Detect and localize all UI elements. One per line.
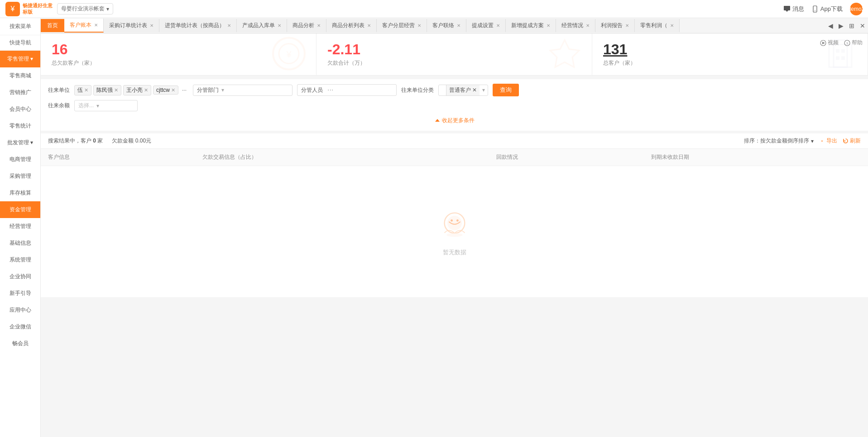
sort-select[interactable]: 排序：按欠款金额倒序排序 ▾ <box>744 137 814 145</box>
svg-rect-6 <box>829 45 852 67</box>
tab-close-inbound-stats[interactable]: ✕ <box>227 23 231 28</box>
tab-purchase-stats[interactable]: 采购订单统计表 ✕ <box>104 19 159 32</box>
sidebar-item-purchase[interactable]: 采购管理 <box>0 168 40 185</box>
tab-close-customer-contact[interactable]: ✕ <box>457 23 460 28</box>
video-link[interactable]: 视频 <box>820 39 839 47</box>
sidebar-item-ecommerce[interactable]: 电商管理 <box>0 151 40 168</box>
sidebar-item-basic-info[interactable]: 基础信息 <box>0 235 40 252</box>
balance-select[interactable]: 选择... ▾ <box>74 100 138 111</box>
sidebar-item-retail-mall[interactable]: 零售商城 <box>0 67 40 84</box>
balance-arrow: ▾ <box>96 103 99 109</box>
sidebar-item-wecom[interactable]: 企业微信 <box>0 318 40 335</box>
sidebar-item-business[interactable]: 经营管理 <box>0 218 40 235</box>
sidebar-item-finance[interactable]: 资金管理 <box>0 201 40 218</box>
tab-close-product-analysis-list[interactable]: ✕ <box>367 23 371 28</box>
tab-customer-ledger[interactable]: 客户账本 ✕ <box>64 19 104 33</box>
message-action[interactable]: 消息 <box>783 5 804 13</box>
tab-commission-settings[interactable]: 提成设置 ✕ <box>466 19 506 32</box>
query-button[interactable]: 查询 <box>493 84 519 96</box>
svg-rect-9 <box>841 49 845 53</box>
more-tags-btn[interactable]: ··· <box>180 86 188 94</box>
sidebar-item-retail-stats[interactable]: 零售统计 <box>0 118 40 134</box>
sidebar-item-inventory[interactable]: 库存核算 <box>0 185 40 201</box>
tab-next-btn[interactable]: ▶ <box>836 22 846 29</box>
person-select[interactable]: 分管人员 ··· <box>297 84 397 96</box>
video-help: 视频 ? 帮助 <box>820 39 863 47</box>
search-summary: 搜索结果中，客户 0 家 欠款金额 0.00元 排序：按欠款金额倒序排序 ▾ <box>41 133 868 149</box>
dept-select[interactable]: 分管部门 ▾ <box>193 85 293 96</box>
tab-home[interactable]: 首页 <box>41 19 64 32</box>
tab-close-customer-stratification[interactable]: ✕ <box>417 23 421 28</box>
sidebar-search-menu[interactable]: 搜索菜单 <box>0 18 40 35</box>
refresh-icon <box>843 138 849 144</box>
data-table-container: 客户信息 欠款交易信息（占比） 回款情况 到期未收款日期 <box>41 149 868 298</box>
sidebar-item-member-center[interactable]: 会员中心 <box>0 101 40 118</box>
tab-close-purchase-stats[interactable]: ✕ <box>150 23 153 28</box>
tab-customer-contact[interactable]: 客户联络 ✕ <box>427 19 466 32</box>
tab-product-analysis-list[interactable]: 商品分析列表 ✕ <box>326 19 377 32</box>
unit-tag-3-close[interactable]: ✕ <box>171 87 175 93</box>
sidebar-quick-nav[interactable]: 快捷导航 <box>0 35 40 51</box>
app-download-action[interactable]: App下载 <box>811 5 843 13</box>
sidebar-item-retail[interactable]: 零售管理 ▾ <box>0 51 40 67</box>
stat-amount-value: -2.11 <box>327 42 360 57</box>
tab-close-commission-settings[interactable]: ✕ <box>496 23 500 28</box>
tab-add-commission[interactable]: 新增提成方案 ✕ <box>506 19 556 32</box>
col-repayment: 回款情况 <box>489 149 643 166</box>
tab-product-analysis[interactable]: 商品分析 ✕ <box>287 19 326 32</box>
sidebar-item-enterprise-collab[interactable]: 企业协同 <box>0 268 40 285</box>
tab-business-overview[interactable]: 经营情况 ✕ <box>556 19 595 32</box>
tab-close-business-overview[interactable]: ✕ <box>586 23 590 28</box>
sidebar: 搜索菜单 快捷导航 零售管理 ▾ 零售商城 营销推广 会员中心 零售统计 批发管… <box>0 18 41 437</box>
svg-rect-10 <box>836 57 839 60</box>
filter-unit-label: 往来单位 <box>48 86 70 94</box>
sidebar-item-wholesale[interactable]: 批发管理 ▾ <box>0 134 40 151</box>
unit-tag-2-close[interactable]: ✕ <box>144 87 148 93</box>
sidebar-item-system[interactable]: 系统管理 <box>0 252 40 268</box>
sidebar-item-beginner-guide[interactable]: 新手引导 <box>0 285 40 302</box>
stat-total-customers-value: 131 <box>603 42 627 57</box>
sidebar-item-marketing[interactable]: 营销推广 <box>0 84 40 101</box>
tab-inbound-stats[interactable]: 进货单统计表（按商品） ✕ <box>159 19 237 32</box>
coin-icon: ¥ <box>271 36 307 73</box>
export-btn[interactable]: 导出 <box>819 137 837 145</box>
type-select[interactable]: 普通客户 ✕ ▾ <box>438 85 488 96</box>
person-dots[interactable]: ··· <box>326 86 335 94</box>
enterprise-selector[interactable]: 母婴行业演示帐套 ▾ <box>57 3 113 14</box>
tab-prev-btn[interactable]: ◀ <box>825 22 836 29</box>
col-due-date: 到期未收款日期 <box>644 149 868 166</box>
tab-close-all-btn[interactable]: ✕ <box>857 22 868 29</box>
tab-retail-profit[interactable]: 零售利润（ ✕ <box>635 19 680 32</box>
user-avatar[interactable]: demo2 <box>850 3 863 15</box>
filter-row-2: 往来余额 选择... ▾ <box>48 100 861 111</box>
collapse-icon <box>435 118 440 124</box>
refresh-btn[interactable]: 刷新 <box>843 137 861 145</box>
unit-tag-1-close[interactable]: ✕ <box>114 87 118 93</box>
tab-product-inbound[interactable]: 产成品入库单 ✕ <box>237 19 287 32</box>
type-tag-close[interactable]: ✕ <box>472 87 477 93</box>
tab-close-product-inbound[interactable]: ✕ <box>278 23 281 28</box>
unit-tag-0-close[interactable]: ✕ <box>84 87 88 93</box>
tab-close-retail-profit[interactable]: ✕ <box>670 23 674 28</box>
sidebar-item-chang-member[interactable]: 畅会员 <box>0 335 40 352</box>
sidebar-item-app-center[interactable]: 应用中心 <box>0 302 40 318</box>
tab-nav-buttons: ◀ ▶ ⊞ ✕ <box>825 22 868 29</box>
svg-marker-5 <box>550 40 579 67</box>
svg-text:¥: ¥ <box>286 49 292 59</box>
tab-close-product-analysis[interactable]: ✕ <box>317 23 321 28</box>
stat-amount-label: 欠款合计（万） <box>327 59 365 67</box>
filter-balance-label: 往来余额 <box>48 102 70 109</box>
tab-customer-stratification[interactable]: 客户分层经营 ✕ <box>377 19 427 32</box>
collapse-btn[interactable]: 收起更多条件 <box>433 115 476 126</box>
col-debt-info: 欠款交易信息（占比） <box>195 149 489 166</box>
logo-area: ¥ 畅捷通好生意 标版 <box>5 2 53 16</box>
tab-expand-btn[interactable]: ⊞ <box>846 22 857 29</box>
message-icon <box>783 5 791 13</box>
logo-icon: ¥ <box>5 2 20 16</box>
help-link[interactable]: ? 帮助 <box>844 39 863 47</box>
tab-profit-report[interactable]: 利润报告 ✕ <box>595 19 635 32</box>
tab-close-profit-report[interactable]: ✕ <box>625 23 629 28</box>
tab-close-customer-ledger[interactable]: ✕ <box>94 23 98 28</box>
tab-close-add-commission[interactable]: ✕ <box>547 23 550 28</box>
main-layout: 搜索菜单 快捷导航 零售管理 ▾ 零售商城 营销推广 会员中心 零售统计 批发管… <box>0 18 868 437</box>
